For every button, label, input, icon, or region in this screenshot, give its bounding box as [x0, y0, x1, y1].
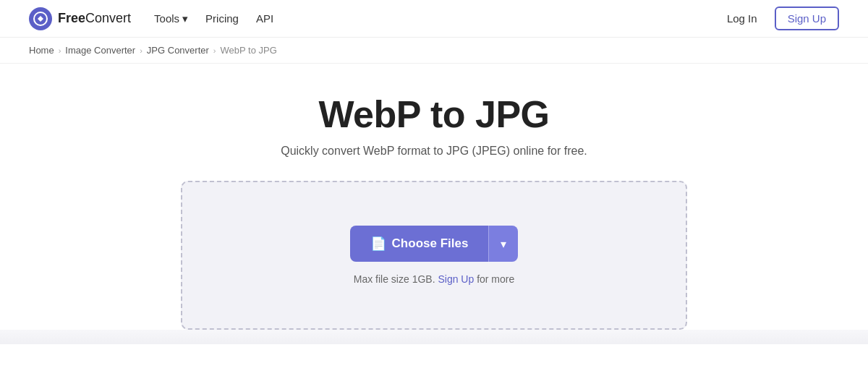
choose-files-button[interactable]: 📄 Choose Files [350, 226, 489, 262]
nav-api[interactable]: API [256, 12, 273, 25]
nav-pricing[interactable]: Pricing [205, 12, 239, 25]
nav-tools[interactable]: Tools ▾ [154, 12, 188, 25]
max-size-label: Max file size 1GB. [354, 273, 435, 285]
breadcrumb-image-converter[interactable]: Image Converter [65, 45, 135, 56]
breadcrumb-current: WebP to JPG [221, 45, 277, 56]
breadcrumb-sep-2: › [140, 46, 142, 55]
file-icon: 📄 [370, 236, 386, 252]
logo-text: FreeConvert [58, 11, 131, 26]
login-button[interactable]: Log In [718, 8, 766, 29]
breadcrumb-jpg-converter[interactable]: JPG Converter [147, 45, 209, 56]
chevron-down-icon: ▾ [182, 12, 188, 25]
page-title: WebP to JPG [318, 93, 549, 136]
breadcrumb-sep-1: › [59, 46, 61, 55]
main-content: WebP to JPG Quickly convert WebP format … [0, 64, 868, 330]
breadcrumb-sep-3: › [213, 46, 216, 55]
main-nav: Tools ▾ Pricing API [154, 12, 273, 25]
dropdown-arrow-icon: ▾ [501, 237, 506, 251]
breadcrumb: Home › Image Converter › JPG Converter ›… [0, 38, 868, 64]
choose-files-label: Choose Files [392, 236, 469, 251]
logo-free: Free [58, 11, 85, 25]
bottom-fade [0, 330, 868, 344]
signup-button[interactable]: Sign Up [775, 7, 839, 30]
choose-files-group: 📄 Choose Files ▾ [350, 226, 519, 262]
breadcrumb-home[interactable]: Home [29, 45, 54, 56]
drop-zone[interactable]: 📄 Choose Files ▾ Max file size 1GB. Sign… [181, 181, 687, 330]
max-size-suffix: for more [477, 273, 514, 285]
choose-files-dropdown[interactable]: ▾ [488, 226, 518, 262]
page-subtitle: Quickly convert WebP format to JPG (JPEG… [281, 145, 587, 158]
max-size-signup-link[interactable]: Sign Up [438, 273, 474, 285]
header-left: FreeConvert Tools ▾ Pricing API [29, 7, 273, 30]
logo-convert: Convert [85, 11, 131, 25]
header-right: Log In Sign Up [718, 7, 839, 30]
max-size-text: Max file size 1GB. Sign Up for more [354, 273, 515, 285]
logo-icon [29, 7, 52, 30]
header: FreeConvert Tools ▾ Pricing API Log In S… [0, 0, 868, 38]
logo[interactable]: FreeConvert [29, 7, 131, 30]
